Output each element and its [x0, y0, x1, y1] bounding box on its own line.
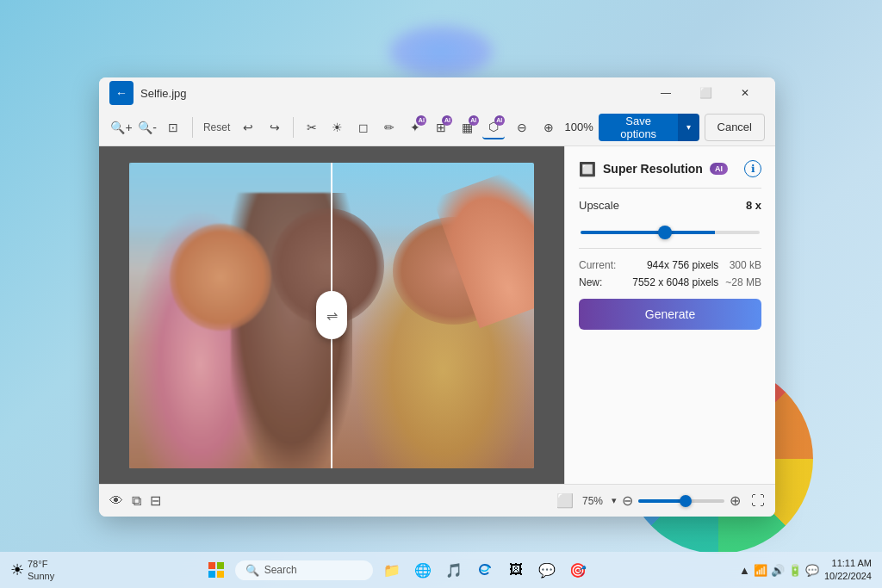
split-handle-icon: ⇌ [326, 307, 338, 324]
taskbar-icon-teams[interactable]: 💬 [535, 558, 559, 582]
clock-time: 11:11 AM [824, 557, 872, 570]
brightness-button[interactable]: ☀ [326, 115, 349, 139]
redo-icon: ↪ [270, 121, 280, 134]
super-res-button[interactable]: ⬡ AI [482, 115, 505, 139]
taskbar-icon-files[interactable]: 📁 [380, 558, 404, 582]
toolbar-separator-2 [293, 117, 294, 138]
maximize-button[interactable]: ⬜ [686, 77, 725, 108]
split-view-icon[interactable]: ⊟ [150, 492, 161, 509]
taskbar-icon-browser[interactable]: 🌐 [411, 558, 435, 582]
svg-rect-0 [208, 562, 215, 569]
weather-condition: Sunny [28, 570, 54, 582]
bottom-left-controls: 👁 ⧉ ⊟ [109, 492, 161, 509]
close-button[interactable]: ✕ [725, 77, 765, 108]
current-label: Current: [579, 259, 616, 271]
ai-badge-2: AI [442, 115, 452, 126]
zoom-percent-display: 100% [565, 121, 593, 133]
ai-tool3-button[interactable]: ▦ AI [456, 115, 478, 139]
temperature: 78°F [28, 558, 54, 570]
wifi-icon[interactable]: 📶 [754, 564, 767, 577]
zoom-dropdown-button[interactable]: ▾ [612, 495, 617, 506]
reset-button[interactable]: Reset [200, 121, 233, 133]
zoom-out-button[interactable]: 🔍- [135, 115, 159, 139]
right-panel: 🔲 Super Resolution AI ℹ Upscale 8 x [564, 146, 775, 484]
expand-icon[interactable]: ⛶ [751, 493, 765, 509]
info-button[interactable]: ℹ [744, 160, 761, 177]
ai-tool1-button[interactable]: ✦ AI [404, 115, 426, 139]
eye-icon[interactable]: 👁 [109, 493, 123, 509]
bottom-zoom-track [638, 499, 724, 503]
chevron-up-icon[interactable]: ▲ [739, 564, 750, 577]
crop-button[interactable]: ✂ [301, 115, 323, 139]
clock[interactable]: 11:11 AM 10/22/2024 [824, 557, 872, 584]
bottom-zoom-plus[interactable]: ⊕ [730, 492, 741, 509]
generate-button[interactable]: Generate [579, 299, 761, 330]
notification-icon[interactable]: 💬 [805, 564, 819, 577]
edge-icon [477, 562, 493, 578]
bottom-zoom-thumb[interactable] [680, 495, 692, 507]
pen-button[interactable]: ✏ [378, 115, 401, 139]
window-title: Selfie.jpg [140, 87, 646, 100]
battery-icon[interactable]: 🔋 [788, 564, 802, 577]
ai-badge-3: AI [469, 115, 479, 126]
image-area: ⇌ [99, 146, 564, 484]
taskbar-icon-media[interactable]: 🎵 [442, 558, 466, 582]
eraser-button[interactable]: ◻ [352, 115, 375, 139]
toolbar: 🔍+ 🔍- ⊡ Reset ↩ ↪ ✂ ☀ [99, 108, 775, 146]
layers-icon[interactable]: ⧉ [132, 493, 141, 509]
svg-rect-3 [217, 571, 224, 578]
photo-wrapper: ⇌ [129, 163, 534, 468]
zoom-out-icon: 🔍- [138, 121, 157, 134]
app-window: ← Selfie.jpg — ⬜ ✕ 🔍+ [99, 77, 775, 517]
upscale-row: Upscale 8 x [579, 199, 761, 212]
current-resolution: 944x 756 pixels [623, 259, 718, 271]
cancel-button[interactable]: Cancel [705, 114, 765, 141]
taskbar-icon-app[interactable]: 🎯 [566, 558, 590, 582]
taskbar-left: ☀ 78°F Sunny [10, 558, 54, 583]
eraser-icon: ◻ [358, 121, 369, 134]
redo-button[interactable]: ↪ [263, 115, 285, 139]
photos-icon: 🖼 [509, 562, 523, 578]
frame-icon[interactable]: ⬜ [556, 492, 574, 509]
minimize-button[interactable]: — [646, 77, 686, 108]
zoom-in-icon: 🔍+ [110, 121, 132, 134]
fit-button[interactable]: ⊡ [161, 115, 185, 139]
taskbar-right: ▲ 📶 🔊 🔋 💬 11:11 AM 10/22/2024 [739, 557, 872, 584]
svg-rect-2 [208, 571, 215, 578]
taskbar-icon-photos[interactable]: 🖼 [504, 558, 528, 582]
upscale-label: Upscale [579, 199, 619, 212]
system-icons: ▲ 📶 🔊 🔋 💬 [739, 564, 819, 577]
ai-tool2-button[interactable]: ⊞ AI [430, 115, 452, 139]
bottom-zoom-minus[interactable]: ⊖ [622, 492, 633, 509]
weather-widget[interactable]: ☀ 78°F Sunny [10, 558, 54, 583]
clock-date: 10/22/2024 [824, 570, 872, 583]
dropdown-chevron-icon: ▾ [686, 122, 691, 132]
search-bar[interactable]: 🔍 Search [235, 560, 373, 580]
back-icon: ← [115, 86, 127, 100]
start-button[interactable] [204, 558, 228, 582]
main-content: ⇌ 🔲 Super Resolution AI ℹ [99, 146, 775, 484]
browser-icon: 🌐 [414, 562, 432, 579]
image-container: ⇌ [99, 146, 564, 484]
taskbar: ☀ 78°F Sunny 🔍 Search [0, 552, 882, 588]
zoom-in-button[interactable]: 🔍+ [109, 115, 134, 139]
save-options-dropdown-button[interactable]: ▾ [678, 114, 699, 141]
toolbar-zoom-in[interactable]: ⊕ [538, 115, 560, 139]
upscale-value: 8 x [746, 199, 761, 212]
desktop: ← Selfie.jpg — ⬜ ✕ 🔍+ [0, 0, 882, 588]
undo-button[interactable]: ↩ [237, 115, 259, 139]
taskbar-icon-edge[interactable] [473, 558, 497, 582]
title-bar: ← Selfie.jpg — ⬜ ✕ [99, 77, 775, 108]
upscale-slider[interactable] [581, 231, 760, 234]
bottom-center-controls: ⬜ 75% ▾ ⊖ ⊕ ⛶ [556, 492, 765, 509]
crop-icon: ✂ [307, 121, 317, 134]
toolbar-zoom-out[interactable]: ⊖ [512, 115, 533, 139]
taskbar-center: 🔍 Search 📁 🌐 🎵 🖼 💬 [61, 558, 732, 582]
brightness-icon: ☀ [332, 121, 343, 134]
save-options-button[interactable]: Save options [599, 114, 679, 141]
maximize-icon: ⬜ [699, 87, 712, 99]
pen-icon: ✏ [384, 121, 394, 134]
back-button[interactable]: ← [109, 81, 134, 105]
split-handle[interactable]: ⇌ [316, 291, 347, 339]
speaker-icon[interactable]: 🔊 [771, 564, 785, 577]
